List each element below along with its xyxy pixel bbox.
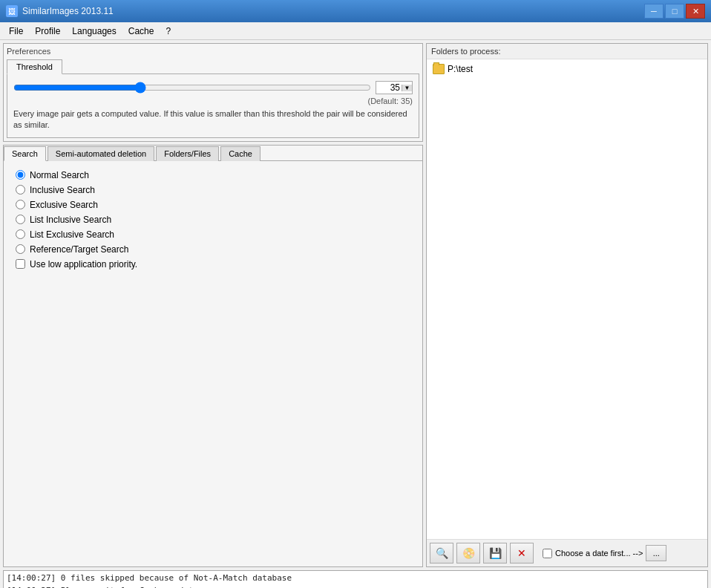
menu-profile[interactable]: Profile <box>29 24 66 38</box>
delete-icon: ✕ <box>517 547 526 559</box>
threshold-tab-header: Threshold <box>7 59 419 74</box>
add-icon: 📀 <box>462 547 475 559</box>
title-bar: 🖼 SimilarImages 2013.11 ─ □ ✕ <box>0 0 711 22</box>
left-panel: Preferences Threshold ▼ (Default: 35) Ev… <box>3 43 423 567</box>
radio-list-inclusive-label[interactable]: List Inclusive Search <box>30 215 111 225</box>
menu-languages[interactable]: Languages <box>66 24 122 38</box>
search-tabs-panel: Search Semi-automated deletion Folders/F… <box>3 145 423 567</box>
log-panel[interactable]: [14:00:27] 0 files skipped because of No… <box>3 570 708 588</box>
radio-exclusive-search-label[interactable]: Exclusive Search <box>30 200 98 210</box>
threshold-value-input[interactable] <box>376 82 402 94</box>
default-text: (Default: 35) <box>13 97 413 105</box>
radio-inclusive-search-label[interactable]: Inclusive Search <box>30 185 95 195</box>
log-line: [14:00:27] 0 files skipped because of No… <box>7 572 704 585</box>
radio-list-exclusive-input[interactable] <box>16 229 25 239</box>
radio-normal-search: Normal Search <box>16 170 410 180</box>
save-icon: 💾 <box>489 547 502 559</box>
menu-bar: File Profile Languages Cache ? <box>0 22 711 40</box>
radio-list-inclusive-search: List Inclusive Search <box>16 215 410 225</box>
folders-panel: Folders to process: P:\test 🔍 📀 💾 <box>426 43 708 567</box>
browse-button[interactable]: ... <box>646 545 666 561</box>
description-text: Every image pair gets a computed value. … <box>13 108 413 131</box>
close-button[interactable]: ✕ <box>686 4 705 19</box>
main-content: Preferences Threshold ▼ (Default: 35) Ev… <box>0 40 711 570</box>
search-content: Normal Search Inclusive Search Exclusive… <box>4 161 422 278</box>
app-icon: 🖼 <box>6 5 18 17</box>
menu-help[interactable]: ? <box>160 24 177 38</box>
folder-icon <box>433 64 445 74</box>
log-area: [14:00:27] 0 files skipped because of No… <box>0 570 711 588</box>
radio-normal-search-label[interactable]: Normal Search <box>30 170 89 180</box>
radio-exclusive-search: Exclusive Search <box>16 200 410 210</box>
folder-path: P:\test <box>448 64 473 74</box>
radio-inclusive-search-input[interactable] <box>16 185 25 195</box>
folders-list: P:\test <box>427 59 707 539</box>
radio-reference-target-search: Reference/Target Search <box>16 244 410 255</box>
tab-search[interactable]: Search <box>4 146 46 161</box>
tab-cache[interactable]: Cache <box>220 146 261 161</box>
add-button[interactable]: 📀 <box>456 543 480 564</box>
menu-cache[interactable]: Cache <box>122 24 160 38</box>
search-tab-header: Search Semi-automated deletion Folders/F… <box>4 146 422 161</box>
preferences-group: Preferences Threshold ▼ (Default: 35) Ev… <box>3 43 423 142</box>
search-button[interactable]: 🔍 <box>430 543 453 564</box>
threshold-slider[interactable] <box>13 80 371 95</box>
folders-title: Folders to process: <box>427 44 707 59</box>
search-icon: 🔍 <box>436 547 448 559</box>
right-panel: Folders to process: P:\test 🔍 📀 💾 <box>426 43 708 567</box>
slider-row: ▼ <box>13 80 413 95</box>
threshold-value-box: ▼ <box>376 81 413 94</box>
log-line: [14:00:27] Please wait for Cache update.… <box>7 585 704 589</box>
window-title: SimilarImages 2013.11 <box>22 6 114 16</box>
threshold-content: ▼ (Default: 35) Every image pair gets a … <box>7 74 419 138</box>
minimize-button[interactable]: ─ <box>644 4 664 19</box>
radio-inclusive-search: Inclusive Search <box>16 185 410 195</box>
action-bar: 🔍 📀 💾 ✕ Choose a date first... --> ... <box>427 539 707 566</box>
window-controls: ─ □ ✕ <box>644 4 705 19</box>
checkbox-low-priority-row: Use low application priority. <box>16 259 410 270</box>
delete-button[interactable]: ✕ <box>510 543 534 564</box>
date-filter-checkbox[interactable] <box>543 549 552 558</box>
radio-reference-target-label[interactable]: Reference/Target Search <box>30 244 128 255</box>
preferences-title: Preferences <box>7 47 419 56</box>
list-item: P:\test <box>430 62 704 76</box>
radio-list-inclusive-input[interactable] <box>16 215 25 224</box>
threshold-tab[interactable]: Threshold <box>7 59 62 74</box>
radio-normal-search-input[interactable] <box>16 170 25 180</box>
tab-folders-files[interactable]: Folders/Files <box>156 146 219 161</box>
save-button[interactable]: 💾 <box>483 543 507 564</box>
radio-exclusive-search-input[interactable] <box>16 200 25 209</box>
radio-list-exclusive-label[interactable]: List Exclusive Search <box>30 229 114 240</box>
date-filter-row: Choose a date first... --> ... <box>543 545 666 561</box>
low-priority-checkbox[interactable] <box>16 259 25 269</box>
maximize-button[interactable]: □ <box>665 4 684 19</box>
radio-list-exclusive-search: List Exclusive Search <box>16 229 410 240</box>
threshold-dropdown-arrow[interactable]: ▼ <box>402 85 412 91</box>
menu-file[interactable]: File <box>3 24 29 38</box>
tab-semi-automated[interactable]: Semi-automated deletion <box>47 146 154 161</box>
radio-reference-target-input[interactable] <box>16 244 25 254</box>
low-priority-label[interactable]: Use low application priority. <box>30 259 137 270</box>
date-filter-label: Choose a date first... --> <box>555 549 643 558</box>
